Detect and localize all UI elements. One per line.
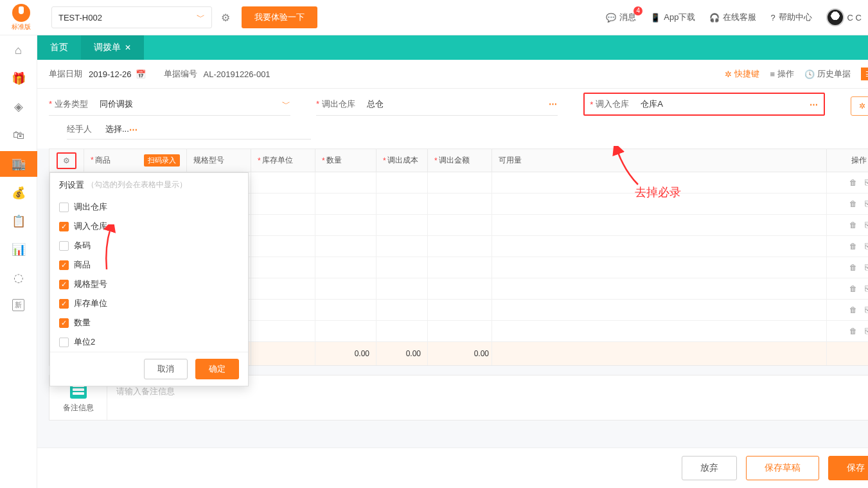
- cancel-button[interactable]: 取消: [144, 359, 188, 379]
- col-cost: *调出成本: [376, 149, 428, 172]
- copy-icon[interactable]: ⎘: [865, 199, 869, 208]
- in-warehouse-field[interactable]: * 调入仓库 仓库A ⋯: [583, 93, 825, 116]
- column-option[interactable]: ✓库存单位: [59, 294, 239, 313]
- gear-icon: ✲: [859, 102, 865, 111]
- remark-label: 备注信息: [63, 402, 94, 413]
- column-option-label: 商品: [74, 259, 91, 271]
- delete-icon[interactable]: 🗑: [849, 305, 857, 314]
- operate-label: 操作: [777, 68, 794, 80]
- nav-home-icon[interactable]: ⌂: [12, 43, 26, 57]
- gear-icon[interactable]: ⚙: [221, 12, 230, 24]
- date-label: 单据日期: [49, 68, 82, 80]
- handler-field[interactable]: 经手人 选择... ⋯: [67, 123, 311, 140]
- tenant-select[interactable]: TEST-H002 ﹀: [51, 6, 212, 28]
- checkbox-icon: ✓: [59, 299, 69, 309]
- hotkey-label: 快捷键: [734, 68, 759, 80]
- hotkey-link[interactable]: ✲快捷键: [725, 68, 759, 80]
- history-link[interactable]: 🕓历史单据: [804, 68, 851, 80]
- customer-service-link[interactable]: 🎧 在线客服: [709, 12, 756, 23]
- delete-icon[interactable]: 🗑: [849, 199, 857, 208]
- close-icon[interactable]: ✕: [125, 43, 131, 52]
- discard-button[interactable]: 放弃: [682, 456, 737, 480]
- total-cost: 0.00: [376, 342, 428, 365]
- scan-entry-button[interactable]: 扫码录入: [144, 154, 180, 167]
- delete-icon[interactable]: 🗑: [849, 242, 857, 251]
- main: 首页 调拨单 ✕ ✕ 单据日期 2019-12-26 📅 单据编号 AL-201…: [37, 35, 868, 488]
- column-option[interactable]: ✓数量: [59, 313, 239, 332]
- doc-no-value: AL-20191226-001: [204, 69, 270, 79]
- column-option[interactable]: ✓规格型号: [59, 275, 239, 294]
- trial-button[interactable]: 我要体验一下: [242, 6, 317, 28]
- nav-money-icon[interactable]: 💰: [12, 186, 26, 200]
- app-download-link[interactable]: 📱 App下载: [650, 12, 695, 23]
- settings-button[interactable]: ✲ 设置: [851, 96, 868, 116]
- nav-report-icon[interactable]: 📊: [12, 242, 26, 257]
- copy-icon[interactable]: ⎘: [865, 242, 869, 251]
- copy-icon[interactable]: ⎘: [865, 221, 869, 230]
- column-option[interactable]: ✓调入仓库: [59, 217, 239, 236]
- save-draft-button[interactable]: 保存草稿: [746, 456, 819, 480]
- required-mark: *: [49, 99, 52, 109]
- colset-footer: 取消 确定: [50, 352, 248, 386]
- column-option[interactable]: 条码: [59, 236, 239, 255]
- tab-home[interactable]: 首页: [37, 35, 81, 60]
- more-icon[interactable]: ⋯: [129, 125, 137, 134]
- list-view-icon[interactable]: ☰: [861, 68, 868, 80]
- footer: 放弃 保存草稿 保存▾: [37, 447, 868, 488]
- copy-icon[interactable]: ⎘: [865, 178, 869, 187]
- copy-icon[interactable]: ⎘: [865, 327, 869, 336]
- nav-diamond-icon[interactable]: ◈: [12, 100, 26, 114]
- more-icon[interactable]: ⋯: [810, 100, 819, 109]
- gear-icon: ✲: [725, 69, 732, 79]
- date-value[interactable]: 2019-12-26: [89, 69, 132, 79]
- nav-gift-icon[interactable]: 🎁: [12, 71, 26, 86]
- col-qty: *数量: [315, 149, 376, 172]
- delete-icon[interactable]: 🗑: [849, 263, 857, 272]
- msg-badge: 4: [633, 6, 642, 15]
- out-warehouse-field[interactable]: * 调出仓库 总仓 ⋯: [316, 96, 558, 116]
- cs-label: 在线客服: [723, 12, 756, 23]
- tab-home-label: 首页: [50, 42, 68, 53]
- colset-title: 列设置: [59, 179, 84, 191]
- nav-circle-icon[interactable]: ◌: [12, 271, 26, 285]
- nav-bag-icon[interactable]: 🛍: [12, 128, 26, 142]
- calendar-icon[interactable]: 📅: [136, 69, 146, 79]
- view-toggle[interactable]: ☰▦: [861, 68, 868, 80]
- column-option-label: 库存单位: [74, 298, 107, 309]
- help-link[interactable]: ? 帮助中心: [770, 12, 811, 23]
- biz-type-value: 同价调拨: [100, 98, 282, 110]
- col-amt-label: 调出金额: [439, 155, 470, 166]
- delete-icon[interactable]: 🗑: [849, 284, 857, 293]
- col-unit-label: 库存单位: [262, 155, 293, 166]
- gear-icon: ⚙: [57, 152, 76, 169]
- column-option[interactable]: 单位2: [59, 332, 239, 352]
- nav-warehouse-icon[interactable]: 🏬: [0, 151, 37, 177]
- out-wh-label: 调出仓库: [322, 98, 367, 110]
- operate-link[interactable]: ≡操作: [770, 68, 794, 80]
- copy-icon[interactable]: ⎘: [865, 284, 869, 293]
- tab-transfer-order[interactable]: 调拨单 ✕: [81, 35, 144, 60]
- column-option[interactable]: ✓商品: [59, 255, 239, 275]
- doc-no-label: 单据编号: [164, 68, 197, 80]
- ok-button[interactable]: 确定: [195, 359, 239, 379]
- delete-icon[interactable]: 🗑: [849, 221, 857, 230]
- save-button[interactable]: 保存▾: [828, 456, 868, 480]
- colset-header: 列设置 （勾选的列会在表格中显示）: [50, 173, 248, 197]
- copy-icon[interactable]: ⎘: [865, 263, 869, 272]
- nav-new-icon[interactable]: 新: [12, 299, 24, 311]
- biz-type-field[interactable]: * 业务类型 同价调拨 ﹀: [49, 96, 290, 116]
- delete-icon[interactable]: 🗑: [849, 327, 857, 336]
- user-menu[interactable]: C C: [826, 8, 862, 26]
- column-settings-button[interactable]: ⚙: [49, 149, 84, 172]
- copy-icon[interactable]: ⎘: [865, 305, 869, 314]
- colset-list[interactable]: 调出仓库✓调入仓库条码✓商品✓规格型号✓库存单位✓数量单位2: [50, 197, 248, 352]
- required-mark: *: [590, 100, 593, 109]
- messages-link[interactable]: 💬 消息 4: [606, 12, 636, 23]
- nav-clipboard-icon[interactable]: 📋: [12, 214, 26, 228]
- checkbox-icon: ✓: [59, 222, 69, 231]
- delete-icon[interactable]: 🗑: [849, 178, 857, 187]
- more-icon[interactable]: ⋯: [549, 99, 558, 109]
- in-wh-value: 仓库A: [641, 98, 810, 110]
- chevron-down-icon: ﹀: [197, 12, 205, 23]
- column-option[interactable]: 调出仓库: [59, 197, 239, 217]
